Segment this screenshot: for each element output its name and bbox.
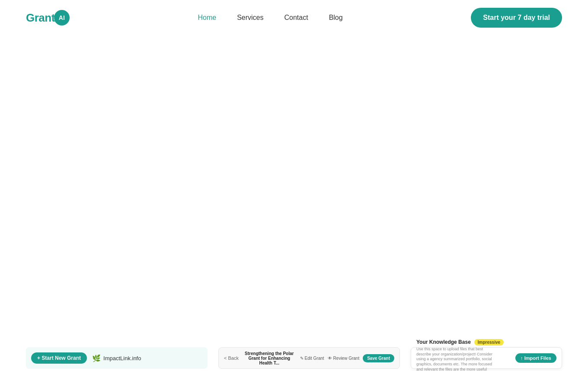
impact-link-area: 🌿 ImpactLink.info [92, 354, 141, 362]
nav-link-services[interactable]: Services [237, 14, 263, 21]
navbar: Grant AI Home Services Contact Blog Star… [0, 0, 588, 35]
nav-link-contact[interactable]: Contact [284, 14, 308, 21]
nav-item-blog[interactable]: Blog [329, 14, 343, 22]
save-grant-button[interactable]: Save Grant [363, 354, 394, 362]
bottom-card-left: + Start New Grant 🌿 ImpactLink.info [26, 347, 208, 369]
logo-ai-badge: AI [54, 10, 70, 25]
bottom-strip: + Start New Grant 🌿 ImpactLink.info < Ba… [0, 345, 588, 371]
nav-link-home[interactable]: Home [198, 14, 216, 21]
review-grant-label: Review Grant [333, 356, 360, 361]
review-grant-button[interactable]: 👁 Review Grant [328, 356, 360, 361]
edit-grant-button[interactable]: ✎ Edit Grant [300, 356, 324, 361]
logo-text: Grant [26, 11, 55, 25]
knowledge-base-title: Your Knowledge Base [416, 339, 471, 345]
back-button[interactable]: < Back [224, 355, 239, 361]
knowledge-base-description: Use this space to upload files that best… [416, 347, 494, 371]
nav-links: Home Services Contact Blog [198, 14, 342, 22]
knowledge-badge: Impressive [474, 339, 504, 346]
nav-link-blog[interactable]: Blog [329, 14, 343, 21]
nav-item-services[interactable]: Services [237, 14, 263, 22]
grant-title: Strengthening the Polar Grant for Enhanc… [242, 351, 297, 365]
knowledge-base-info: Your Knowledge Base Impressive Use this … [416, 339, 515, 371]
leaf-icon: 🌿 [92, 354, 101, 362]
bottom-card-right: Your Knowledge Base Impressive Use this … [411, 347, 562, 369]
grant-action-buttons: ✎ Edit Grant 👁 Review Grant Save Grant [300, 354, 394, 362]
main-content: + Start New Grant 🌿 ImpactLink.info < Ba… [0, 35, 588, 371]
logo[interactable]: Grant AI [26, 10, 70, 25]
import-files-button[interactable]: ↑ Import Files [515, 353, 556, 363]
bottom-card-center: < Back Strengthening the Polar Grant for… [218, 347, 400, 369]
edit-grant-label: Edit Grant [305, 356, 324, 361]
nav-item-contact[interactable]: Contact [284, 14, 308, 22]
edit-icon: ✎ [300, 356, 304, 361]
impact-link-text: ImpactLink.info [103, 355, 141, 361]
start-new-grant-button[interactable]: + Start New Grant [31, 352, 87, 364]
nav-item-home[interactable]: Home [198, 14, 216, 22]
start-trial-button[interactable]: Start your 7 day trial [471, 8, 562, 28]
review-icon: 👁 [328, 356, 332, 361]
